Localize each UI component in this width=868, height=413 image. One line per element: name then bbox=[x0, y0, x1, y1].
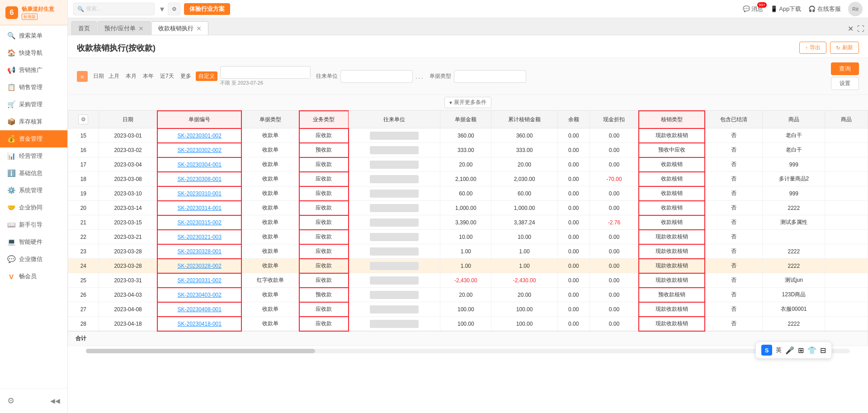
sidebar-item-member[interactable]: V 畅会员 bbox=[0, 268, 67, 285]
cell-biz-type: 应收款 bbox=[299, 215, 349, 230]
cell-balance: 0.00 bbox=[557, 186, 590, 201]
mic-icon[interactable]: 🎤 bbox=[785, 346, 794, 355]
table-row: 18 2023-03-08 SK-20230308-001 收款单 应收款 ██… bbox=[68, 172, 868, 186]
export-button[interactable]: ↑ 导出 bbox=[799, 42, 826, 54]
doc-no-link[interactable]: SK-20230310-001 bbox=[178, 190, 222, 197]
solution-button[interactable]: 体验行业方案 bbox=[184, 3, 230, 15]
sidebar-item-purchase[interactable]: 🛒 采购管理 bbox=[0, 96, 67, 113]
filter-more[interactable]: 更多 bbox=[179, 71, 193, 81]
sidebar-item-system[interactable]: ⚙️ 系统管理 bbox=[0, 182, 67, 199]
filter-this-month[interactable]: 本月 bbox=[124, 71, 138, 81]
refresh-button[interactable]: ↻ 刷新 bbox=[830, 42, 859, 54]
scrollbar-thumb[interactable] bbox=[86, 349, 315, 353]
col-header-include-settled: 包含已结清 bbox=[705, 111, 763, 128]
grid-icon[interactable]: ⊞ bbox=[798, 346, 804, 355]
filter-toggle-button[interactable]: » bbox=[77, 71, 88, 82]
cell-amount: 1.00 bbox=[440, 244, 491, 259]
doc-no-link[interactable]: SK-20230321-003 bbox=[178, 234, 222, 240]
cell-discount: 0.00 bbox=[590, 259, 639, 273]
doc-no-link[interactable]: SK-20230418-001 bbox=[178, 321, 222, 327]
doc-no-link[interactable]: SK-20230328-002 bbox=[178, 263, 222, 269]
cell-doc-no: SK-20230308-001 bbox=[157, 172, 242, 186]
maximize-icon[interactable]: ⛶ bbox=[857, 25, 864, 33]
doc-no-link[interactable]: SK-20230304-001 bbox=[178, 161, 222, 168]
main-table: ⚙ 日期 单据编号 单据类型 业务类型 往来单位 单据金额 累计核销金额 余额 … bbox=[68, 110, 868, 346]
sidebar-item-search[interactable]: 🔍 搜索菜单 bbox=[0, 27, 67, 44]
close-tab-icon[interactable]: ✕ bbox=[848, 24, 854, 33]
doc-no-link[interactable]: SK-20230331-002 bbox=[178, 277, 222, 284]
tab-payable-close[interactable]: ✕ bbox=[138, 25, 144, 32]
cell-balance: 0.00 bbox=[557, 172, 590, 186]
col-settings-icon[interactable]: ⚙ bbox=[78, 114, 88, 124]
doc-no-link[interactable]: SK-20230315-002 bbox=[178, 219, 222, 226]
cell-amount: 20.00 bbox=[440, 288, 491, 302]
cell-goods2 bbox=[825, 302, 868, 317]
filter-date-input[interactable] bbox=[220, 66, 311, 79]
table-row: 23 2023-03-28 SK-20230328-001 收款单 应收款 ██… bbox=[68, 244, 868, 259]
cell-goods2 bbox=[825, 244, 868, 259]
topbar-dropdown-icon[interactable]: ▾ bbox=[160, 4, 164, 14]
cell-row-num: 28 bbox=[68, 317, 99, 332]
sidebar-item-finance[interactable]: 💰 资金管理 bbox=[0, 130, 67, 147]
expand-conditions-button[interactable]: ▾ 展开更多条件 bbox=[444, 97, 491, 108]
operations-icon: 📊 bbox=[7, 152, 15, 160]
filter-last-month[interactable]: 上月 bbox=[107, 71, 121, 81]
sidebar-bottom-settings[interactable]: ⚙ ◀◀ bbox=[0, 392, 67, 409]
tab-payable[interactable]: 预付/应付单 ✕ bbox=[98, 21, 151, 35]
cell-doc-no: SK-20230301-002 bbox=[157, 128, 242, 143]
purchase-icon: 🛒 bbox=[7, 100, 15, 109]
topbar: 🔍 搜索... ▾ ⚙ 体验行业方案 💬 消息 99+ 📱 App下载 🎧 在线… bbox=[68, 0, 868, 18]
col-header-date: 日期 bbox=[99, 111, 157, 128]
cell-partner: ████████ bbox=[349, 259, 440, 273]
filter-this-year[interactable]: 本年 bbox=[141, 71, 156, 81]
support-button[interactable]: 🎧 在线客服 bbox=[808, 5, 841, 13]
filter-settings-button[interactable]: 设置 bbox=[831, 77, 859, 90]
sidebar-item-wechat[interactable]: 💬 企业微信 bbox=[0, 251, 67, 268]
apps-icon[interactable]: ⊟ bbox=[820, 346, 826, 355]
sidebar-item-quicknav[interactable]: 🏠 快捷导航 bbox=[0, 44, 67, 62]
sidebar-item-operations[interactable]: 📊 经营管理 bbox=[0, 147, 67, 165]
filter-custom-btn[interactable]: 自定义 bbox=[196, 71, 217, 81]
shirt-icon[interactable]: 👕 bbox=[807, 346, 816, 355]
doc-no-link[interactable]: SK-20230328-001 bbox=[178, 248, 222, 255]
doc-no-link[interactable]: SK-20230408-001 bbox=[178, 306, 222, 313]
cell-doc-type: 收款单 bbox=[241, 215, 299, 230]
user-avatar[interactable]: Rit bbox=[848, 2, 863, 16]
query-button[interactable]: 查询 bbox=[831, 62, 859, 75]
sidebar-item-newbie[interactable]: 📖 新手引导 bbox=[0, 216, 67, 233]
sidebar-item-basic[interactable]: ℹ️ 基础信息 bbox=[0, 165, 67, 182]
messages-button[interactable]: 💬 消息 99+ bbox=[743, 5, 764, 13]
cell-doc-no: SK-20230403-002 bbox=[157, 288, 242, 302]
sidebar-item-sales[interactable]: 📋 销售管理 bbox=[0, 79, 67, 96]
cell-verify-type: 预收中应收 bbox=[639, 143, 705, 157]
cell-include-settled: 否 bbox=[705, 157, 763, 172]
filter-voucher-type-select[interactable] bbox=[454, 70, 526, 83]
sidebar-item-enterprise[interactable]: 🤝 企业协同 bbox=[0, 199, 67, 216]
doc-no-link[interactable]: SK-20230403-002 bbox=[178, 292, 222, 298]
tab-collection-close[interactable]: ✕ bbox=[196, 25, 202, 32]
collapse-icon[interactable]: ◀◀ bbox=[50, 397, 60, 404]
col-header-settings[interactable]: ⚙ bbox=[68, 111, 99, 128]
topbar-gear-button[interactable]: ⚙ bbox=[168, 3, 180, 15]
col-header-discount: 现金折扣 bbox=[590, 111, 639, 128]
sidebar-item-marketing[interactable]: 📢 营销推广 bbox=[0, 62, 67, 79]
tab-home[interactable]: 首页 bbox=[71, 21, 97, 35]
tab-collection[interactable]: 收款核销执行 ✕ bbox=[151, 21, 208, 35]
horizontal-scrollbar[interactable] bbox=[86, 349, 850, 353]
filter-date-options: 上月 本月 本年 近7天 更多 自定义 bbox=[107, 71, 217, 81]
doc-no-link[interactable]: SK-20230308-001 bbox=[178, 176, 222, 182]
partner-dots[interactable]: ... bbox=[415, 72, 424, 81]
doc-no-link[interactable]: SK-20230301-002 bbox=[178, 133, 222, 139]
sidebar-item-hardware[interactable]: 💻 智能硬件 bbox=[0, 233, 67, 251]
filter-partner-group: 往来单位 ... bbox=[316, 70, 424, 83]
cell-goods: 999 bbox=[763, 157, 825, 172]
table-row: 16 2023-03-02 SK-20230302-002 收款单 预收款 ██… bbox=[68, 143, 868, 157]
app-download-button[interactable]: 📱 App下载 bbox=[770, 5, 801, 13]
doc-no-link[interactable]: SK-20230314-001 bbox=[178, 205, 222, 211]
filter-partner-input[interactable] bbox=[340, 70, 413, 83]
cell-include-settled: 否 bbox=[705, 186, 763, 201]
filter-7days[interactable]: 近7天 bbox=[158, 71, 176, 81]
sidebar-item-inventory[interactable]: 📦 库存核算 bbox=[0, 113, 67, 130]
doc-no-link[interactable]: SK-20230302-002 bbox=[178, 147, 222, 153]
cell-balance: 0.00 bbox=[557, 230, 590, 244]
